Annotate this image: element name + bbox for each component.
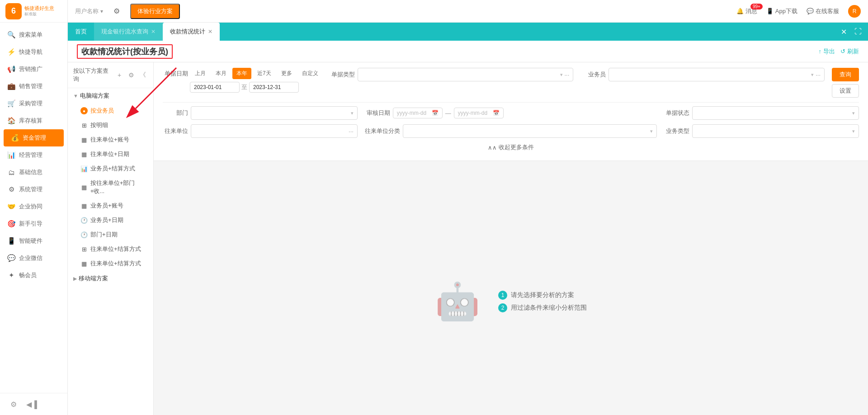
date-this-month-btn[interactable]: 本月 — [212, 68, 231, 79]
group-expand-icon: ▼ — [73, 93, 78, 99]
review-date-from-input[interactable]: yyyy-mm-dd 📅 — [393, 108, 443, 118]
scheme-item-counterpart-settlement1[interactable]: ⊞ 往来单位+结算方式 — [68, 242, 153, 256]
scheme-item-salesperson-account[interactable]: ▦ 业务员+账号 — [68, 198, 153, 213]
sidebar-item-guide[interactable]: 🎯 新手引导 — [0, 215, 67, 232]
sidebar-item-operation[interactable]: 📊 经营管理 — [0, 146, 67, 164]
scheme-item-by-salesperson[interactable]: ● 按业务员 — [68, 104, 153, 118]
date-to-input[interactable]: 2023-12-31 — [249, 82, 299, 93]
sidebar: 6 畅捷通好生意 标准版 🔍 搜索菜单 ⚡ 快捷导航 📢 营销推广 💼 销售管理… — [0, 0, 68, 415]
finance-nav-label: 资金管理 — [23, 134, 46, 142]
type-select[interactable]: ▾ ··· — [358, 68, 574, 81]
counterpart-ellipsis-btn[interactable]: ··· — [349, 128, 354, 135]
sidebar-item-purchase[interactable]: 🛒 采购管理 — [0, 95, 67, 112]
sidebar-item-quicknav[interactable]: ⚡ 快捷导航 — [0, 43, 67, 61]
scheme-item-by-counterpart-dept[interactable]: ▦ 按往来单位+部门+收... — [68, 176, 153, 198]
tab-bank[interactable]: 现金银行流水查询 ✕ — [94, 23, 163, 41]
tab-receipt[interactable]: 收款情况统计 ✕ — [163, 23, 220, 41]
date-last7days-btn[interactable]: 近7天 — [253, 68, 275, 79]
sidebar-item-sales[interactable]: 💼 销售管理 — [0, 78, 67, 95]
system-nav-label: 系统管理 — [19, 185, 42, 193]
sidebar-item-search[interactable]: 🔍 搜索菜单 — [0, 26, 67, 43]
sidebar-item-marketing[interactable]: 📢 营销推广 — [0, 61, 67, 78]
scheme-item-label: 往来单位+结算方式 — [90, 259, 141, 268]
tab-bank-close[interactable]: ✕ — [151, 28, 156, 35]
logo-icon: 6 — [5, 3, 22, 19]
date-this-year-btn[interactable]: 本年 — [232, 68, 251, 79]
online-service-btn[interactable]: 💬 在线客服 — [807, 7, 839, 15]
empty-robot-illustration: 🤖 — [435, 280, 480, 323]
scheme-item-counterpart-settlement2[interactable]: ▦ 往来单位+结算方式 — [68, 256, 153, 271]
sidebar-item-system[interactable]: ⚙ 系统管理 — [0, 181, 67, 198]
sidebar-item-inventory[interactable]: 🏠 库存核算 — [0, 112, 67, 129]
date-more-btn[interactable]: 更多 — [277, 68, 296, 79]
online-service-label: 在线客服 — [816, 7, 839, 15]
counterpart-category-select[interactable]: ▾ — [403, 124, 657, 138]
scheme-item-label: 往来单位+结算方式 — [90, 245, 141, 253]
scheme-item-label: 业务员+日期 — [90, 216, 123, 224]
tab-end-actions: ✕ ⛶ — [837, 25, 868, 38]
date-prev-month-btn[interactable]: 上月 — [191, 68, 210, 79]
topbar-gear-btn[interactable]: ⚙ — [110, 5, 123, 18]
sidebar-item-wechat[interactable]: 💬 企业微信 — [0, 250, 67, 267]
tab-close-all-btn[interactable]: ✕ — [837, 25, 850, 38]
salesperson-account-icon: ▦ — [80, 202, 88, 209]
sidebar-item-hardware[interactable]: 📱 智能硬件 — [0, 232, 67, 250]
scheme-item-counterpart-account[interactable]: ▦ 往来单位+账号 — [68, 132, 153, 147]
sidebar-settings-btn[interactable]: ⚙ — [7, 398, 20, 410]
counterpart-category-label: 往来单位分类 — [365, 127, 400, 135]
panel-settings-btn[interactable]: ⚙ — [126, 70, 136, 80]
mobile-group-header[interactable]: ▶ 移动端方案 — [68, 271, 153, 286]
trial-btn[interactable]: 体验行业方案 — [130, 4, 180, 19]
tab-fullscreen-btn[interactable]: ⛶ — [852, 25, 864, 38]
left-panel: 按以下方案查询 + ⚙ 《 ▼ 电脑端方案 ● 按业务员 ⊞ 按明细 — [68, 62, 154, 415]
sidebar-item-finance[interactable]: 💰 资金管理 — [4, 129, 64, 146]
app-download-label: App下载 — [775, 7, 797, 15]
business-type-select[interactable]: ▾ — [692, 124, 859, 138]
scheme-item-salesperson-settlement[interactable]: 📊 业务员+结算方式 — [68, 161, 153, 176]
query-btn[interactable]: 查询 — [832, 68, 859, 81]
salesperson-ellipsis-btn[interactable]: ··· — [816, 71, 821, 78]
counterpart-select[interactable]: ··· — [191, 124, 358, 138]
desktop-group-header[interactable]: ▼ 电脑端方案 — [68, 88, 153, 104]
scheme-item-salesperson-date[interactable]: 🕐 业务员+日期 — [68, 213, 153, 227]
user-dropdown-icon[interactable]: ▾ — [100, 8, 103, 14]
salesperson-select[interactable]: ▾ ··· — [609, 68, 825, 81]
quicknav-nav-label: 快捷导航 — [19, 48, 42, 56]
dept-date-icon: 🕐 — [80, 231, 88, 238]
purchase-nav-label: 采购管理 — [19, 99, 42, 108]
settings-filter-btn[interactable]: 设置 — [832, 84, 859, 98]
filter-collapse-btn[interactable]: ∧∧ 收起更多条件 — [163, 140, 859, 155]
sidebar-collapse-btn[interactable]: ◀▐ — [25, 398, 38, 410]
refresh-btn[interactable]: ↺ 刷新 — [840, 47, 859, 56]
panel-add-btn[interactable]: + — [114, 70, 124, 80]
hardware-nav-label: 智能硬件 — [19, 237, 42, 245]
sidebar-item-enterprise[interactable]: 🤝 企业协同 — [0, 198, 67, 215]
dept-select[interactable]: ▾ — [191, 106, 358, 120]
step-2-number: 2 — [498, 303, 507, 312]
sidebar-item-member[interactable]: ✦ 畅会员 — [0, 267, 67, 284]
sidebar-item-basic[interactable]: 🗂 基础信息 — [0, 164, 67, 181]
export-btn[interactable]: ↑ 导出 — [819, 47, 835, 56]
counterpart-date-icon: ▦ — [80, 151, 88, 158]
date-from-input[interactable]: 2023-01-01 — [190, 82, 240, 93]
message-btn[interactable]: 🔔 消息 99+ — [736, 7, 757, 15]
panel-collapse-btn[interactable]: 《 — [138, 70, 148, 80]
date-custom-btn[interactable]: 自定义 — [298, 68, 322, 79]
review-date-separator: — — [445, 110, 451, 117]
topbar-user[interactable]: 用户名称 ▾ — [75, 7, 103, 15]
tab-receipt-close[interactable]: ✕ — [208, 28, 212, 35]
scheme-item-counterpart-date[interactable]: ▦ 往来单位+日期 — [68, 147, 153, 161]
tab-home-label: 首页 — [75, 28, 87, 36]
scheme-item-by-detail[interactable]: ⊞ 按明细 — [68, 118, 153, 132]
scheme-item-dept-date[interactable]: 🕐 部门+日期 — [68, 227, 153, 242]
user-name-label: 用户名称 — [75, 7, 99, 15]
app-download-btn[interactable]: 📱 App下载 — [766, 7, 797, 15]
topbar-actions: 🔔 消息 99+ 📱 App下载 💬 在线客服 R — [736, 5, 861, 18]
type-ellipsis-btn[interactable]: ··· — [565, 71, 570, 78]
user-avatar[interactable]: R — [848, 5, 861, 18]
scheme-item-label: 往来单位+账号 — [90, 136, 129, 144]
tab-home[interactable]: 首页 — [68, 23, 94, 41]
doc-status-select[interactable]: ▾ — [692, 106, 859, 120]
review-date-to-input[interactable]: yyyy-mm-dd 📅 — [454, 108, 504, 118]
empty-step-1: 1 请先选择要分析的方案 — [498, 291, 587, 300]
